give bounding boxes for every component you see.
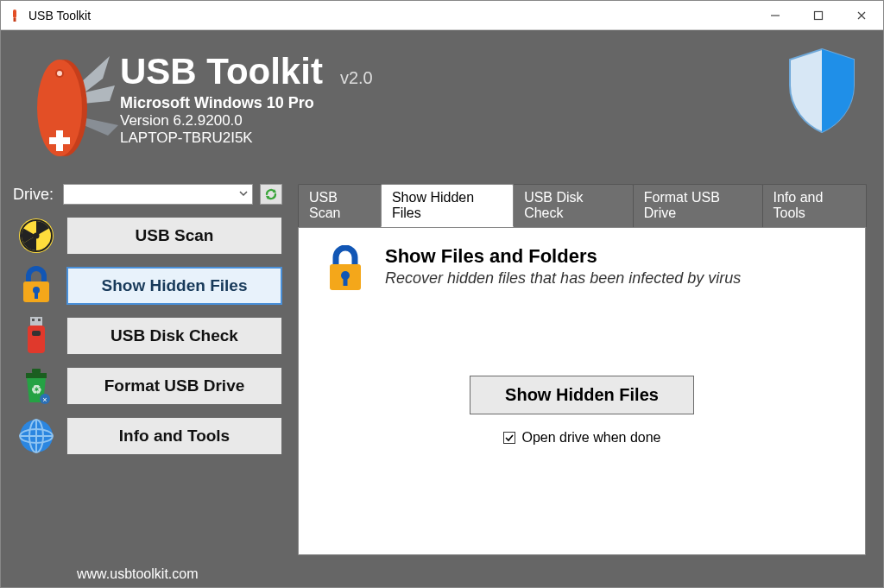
- sidebar-row: USB Disk Check: [13, 315, 282, 357]
- os-version: Version 6.2.9200.0: [120, 112, 783, 130]
- tab-info-and-tools[interactable]: Info and Tools: [762, 184, 867, 227]
- svg-rect-0: [13, 9, 16, 18]
- app-body: USB Toolkit v2.0 Microsoft Windows 10 Pr…: [1, 30, 883, 588]
- app-title: USB Toolkit: [120, 51, 323, 92]
- svg-rect-3: [815, 11, 823, 19]
- padlock-icon: [323, 245, 369, 298]
- sidebar-btn-show-hidden-files[interactable]: Show Hidden Files: [66, 267, 282, 305]
- sidebar-item-label: USB Scan: [136, 226, 214, 245]
- chevron-down-icon: [238, 187, 249, 201]
- svg-rect-1: [14, 18, 16, 22]
- checkbox-label: Open drive when done: [522, 430, 661, 446]
- svg-rect-40: [344, 277, 348, 286]
- title-bar-left: USB Toolkit: [8, 9, 91, 22]
- drive-row: Drive:: [13, 184, 282, 205]
- sidebar-row: ♻ × Format USB Drive: [13, 365, 282, 407]
- sidebar-row: USB Scan: [13, 215, 282, 256]
- action-button-label: Show Hidden Files: [505, 385, 659, 404]
- sidebar-btn-format-usb-drive[interactable]: Format USB Drive: [66, 367, 282, 405]
- open-drive-when-done-row[interactable]: Open drive when done: [323, 430, 841, 446]
- tab-show-hidden-files[interactable]: Show Hidden Files: [381, 184, 514, 227]
- svg-text:♻: ♻: [31, 383, 42, 396]
- recycle-bin-icon: ♻ ×: [13, 365, 60, 407]
- svg-rect-29: [32, 369, 41, 373]
- swiss-knife-icon: [16, 47, 120, 168]
- header-texts: USB Toolkit v2.0 Microsoft Windows 10 Pr…: [120, 47, 783, 147]
- tab-label: USB Scan: [309, 190, 340, 220]
- svg-rect-22: [35, 292, 38, 299]
- hostname: LAPTOP-TBRU2I5K: [120, 130, 783, 147]
- tab-usb-disk-check[interactable]: USB Disk Check: [513, 184, 634, 227]
- os-name: Microsoft Windows 10 Pro: [120, 94, 783, 112]
- checkbox-icon: [503, 432, 515, 444]
- tab-label: USB Disk Check: [524, 190, 583, 220]
- panel-subtitle: Recover hidden files that has been infec…: [385, 269, 741, 288]
- svg-rect-28: [26, 373, 47, 378]
- sidebar-row: Info and Tools: [13, 415, 282, 457]
- tab-panel: Show Files and Folders Recover hidden fi…: [298, 227, 866, 555]
- svg-rect-24: [32, 319, 35, 321]
- show-hidden-files-button[interactable]: Show Hidden Files: [470, 376, 694, 414]
- sidebar-row: Show Hidden Files: [13, 265, 282, 307]
- title-bar-controls: [754, 1, 883, 29]
- tab-label: Show Hidden Files: [392, 190, 474, 220]
- sidebar-btn-usb-disk-check[interactable]: USB Disk Check: [66, 317, 282, 355]
- lower-layout: Drive:: [1, 177, 883, 555]
- sidebar-item-label: Show Hidden Files: [102, 276, 248, 295]
- window-title: USB Toolkit: [28, 9, 91, 22]
- svg-rect-14: [49, 137, 70, 144]
- tab-usb-scan[interactable]: USB Scan: [298, 184, 382, 227]
- tab-label: Format USB Drive: [644, 190, 720, 220]
- footer-link[interactable]: www.usbtoolkit.com: [77, 566, 199, 582]
- padlock-icon: [13, 265, 60, 307]
- sidebar: Drive:: [13, 184, 282, 465]
- tab-format-usb-drive[interactable]: Format USB Drive: [633, 184, 763, 227]
- tab-strip: USB Scan Show Hidden Files USB Disk Chec…: [298, 184, 866, 227]
- minimize-button[interactable]: [754, 1, 797, 29]
- drive-select[interactable]: [63, 184, 253, 205]
- header: USB Toolkit v2.0 Microsoft Windows 10 Pr…: [1, 30, 883, 177]
- app-icon: [8, 9, 22, 22]
- svg-text:×: ×: [42, 395, 47, 404]
- content-area: USB Scan Show Hidden Files USB Disk Chec…: [298, 184, 866, 555]
- maximize-button[interactable]: [797, 1, 840, 29]
- app-version: v2.0: [340, 68, 373, 88]
- svg-point-12: [57, 71, 62, 76]
- svg-rect-26: [28, 326, 45, 353]
- svg-rect-25: [38, 319, 41, 321]
- refresh-icon: [264, 187, 278, 201]
- usb-drive-icon: [13, 315, 60, 357]
- sidebar-item-label: Info and Tools: [119, 427, 230, 446]
- shield-icon: [783, 47, 861, 134]
- panel-actions: Show Hidden Files Open drive when done: [323, 376, 841, 446]
- close-button[interactable]: [840, 1, 883, 29]
- radioactive-icon: [13, 215, 60, 256]
- svg-rect-27: [32, 331, 41, 336]
- panel-head-texts: Show Files and Folders Recover hidden fi…: [385, 245, 741, 288]
- panel-title: Show Files and Folders: [385, 245, 741, 268]
- sidebar-item-label: Format USB Drive: [104, 376, 245, 395]
- title-bar: USB Toolkit: [1, 1, 883, 30]
- sidebar-item-label: USB Disk Check: [110, 326, 238, 345]
- drive-label: Drive:: [13, 186, 56, 204]
- globe-icon: [13, 415, 60, 457]
- panel-header-row: Show Files and Folders Recover hidden fi…: [323, 245, 841, 298]
- tab-label: Info and Tools: [774, 190, 824, 220]
- sidebar-btn-usb-scan[interactable]: USB Scan: [66, 217, 282, 255]
- sidebar-btn-info-and-tools[interactable]: Info and Tools: [66, 417, 282, 455]
- refresh-drives-button[interactable]: [260, 184, 282, 205]
